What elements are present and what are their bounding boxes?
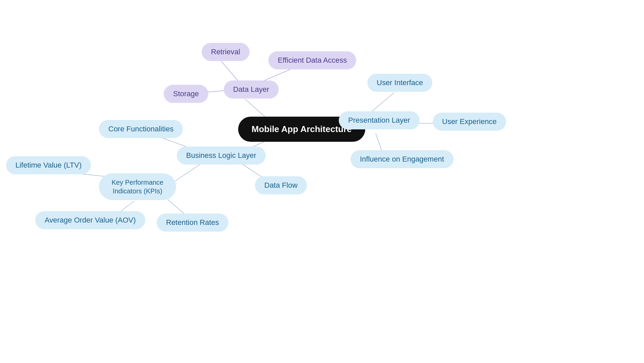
- retention-rates-node[interactable]: Retention Rates: [157, 214, 228, 232]
- data-flow-node[interactable]: Data Flow: [255, 176, 307, 194]
- user-experience-node[interactable]: User Experience: [433, 113, 506, 131]
- average-order-value-node[interactable]: Average Order Value (AOV): [35, 211, 145, 229]
- influence-on-engagement-node[interactable]: Influence on Engagement: [351, 150, 453, 168]
- core-functionalities-node[interactable]: Core Functionalities: [99, 120, 183, 138]
- kpi-node[interactable]: Key Performance Indicators (KPIs): [99, 173, 176, 200]
- user-interface-node[interactable]: User Interface: [367, 74, 432, 92]
- svg-line-14: [168, 199, 186, 216]
- storage-node[interactable]: Storage: [164, 85, 208, 103]
- presentation-layer-node[interactable]: Presentation Layer: [339, 111, 420, 129]
- business-logic-layer-node[interactable]: Business Logic Layer: [177, 146, 266, 165]
- svg-line-7: [376, 133, 382, 153]
- svg-line-11: [173, 164, 201, 183]
- efficient-data-access-node[interactable]: Efficient Data Access: [268, 51, 356, 69]
- retrieval-node[interactable]: Retrieval: [202, 43, 250, 61]
- lifetime-value-node[interactable]: Lifetime Value (LTV): [6, 156, 91, 174]
- svg-line-5: [369, 93, 394, 114]
- data-layer-node[interactable]: Data Layer: [224, 80, 279, 99]
